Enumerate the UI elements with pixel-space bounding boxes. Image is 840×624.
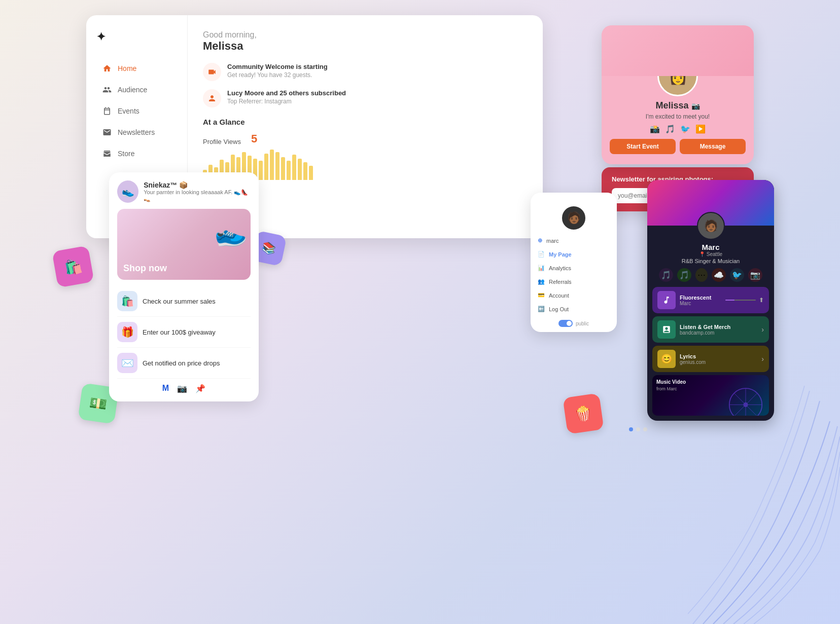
fluorescent-icon [657,291,676,309]
marc-video[interactable]: Music Video from Marc ▶ [652,375,769,416]
merch-text: Listen & Get Merch bandcamp.com [680,324,730,336]
dots-icon[interactable]: ⋯ [695,268,708,282]
shop-header: 👟 Sniekaz™ 📦 Your parnter in looking sle… [117,180,251,203]
popcorn-sticker: 🍿 [563,393,604,434]
notification-community-text: Community Welcome is starting Get ready!… [227,63,328,79]
marc-social-row: 🎵 🎵 ⋯ ☁️ 🐦 📷 [647,268,774,282]
mobile-nav-logout[interactable]: ⬅️ Log Out [531,302,617,316]
twitter-music-icon[interactable]: 🐦 [730,268,744,282]
shoe-emoji: 👟 [211,215,249,252]
instagram-social-icon[interactable]: 📷 [177,384,187,393]
notification-community: Community Welcome is starting Get ready!… [203,63,528,81]
sidebar-item-audience[interactable]: Audience [96,80,177,99]
summer-sales-label: Check our summer sales [143,298,216,305]
lyrics-title: Lyrics [680,353,706,359]
chart-bar [275,152,279,180]
shop-now-label: Shop now [123,263,167,274]
sidebar-item-newsletters[interactable]: Newsletters [96,123,177,142]
app-logo: ✦ [96,30,177,44]
twitter-icon[interactable]: 🐦 [680,124,690,134]
sidebar-item-events[interactable]: Events [96,101,177,121]
medium-icon[interactable]: M [162,384,169,393]
chart-bar [287,161,291,180]
mobile-nav-my-page-label: My Page [549,251,572,258]
spotify-icon[interactable]: 🎵 [677,268,691,282]
mobile-nav-username-label: marc [546,238,558,244]
chart-bar [264,154,268,180]
mobile-nav-logout-icon: ⬅️ [538,306,545,312]
profile-social-links: 📸 🎵 🐦 ▶️ [602,124,754,134]
notification-lucy-text: Lucy Moore and 25 others subscribed Top … [227,89,346,105]
shop-item-summer-sales[interactable]: 🛍️ Check our summer sales [117,286,251,317]
mobile-nav-account[interactable]: 💳 Account [531,288,617,302]
music-item-fluorescent[interactable]: Fluorescent Marc ⬆ [652,287,769,313]
profile-bio: I'm excited to meet you! [602,113,754,120]
shop-item-price-drops[interactable]: ✉️ Get notified on price drops [117,348,251,379]
share-icon[interactable]: ⬆ [759,297,764,304]
shopping-bag-sticker: 🛍️ [52,245,94,287]
notification-lucy: Lucy Moore and 25 others subscribed Top … [203,89,528,107]
shop-item-giveaway[interactable]: 🎁 Enter our 100$ giveaway [117,317,251,348]
public-toggle[interactable] [558,320,573,327]
notification-community-title: Community Welcome is starting [227,63,328,70]
mobile-nav-referrals-label: Referrals [549,279,572,285]
pinterest-icon[interactable]: 📌 [195,384,205,393]
mobile-nav-my-page[interactable]: 📄 My Page [531,247,617,261]
music-note-icon[interactable]: 🎵 [659,268,673,282]
notification-icon-lucy [203,89,221,107]
mobile-nav-referrals-icon: 👥 [538,278,545,285]
mobile-nav-referrals[interactable]: 👥 Referrals [531,275,617,288]
lyrics-subtitle: genius.com [680,359,706,365]
mobile-nav-analytics-icon: 📊 [538,265,545,271]
greeting-time: Good morning, [203,30,528,40]
lyrics-icon: 😊 [657,350,676,368]
soundcloud-icon[interactable]: ☁️ [712,268,726,282]
mobile-nav-username[interactable]: ⊕ marc [531,234,617,247]
merch-title: Listen & Get Merch [680,324,730,330]
instagram-music-icon[interactable]: 📷 [748,268,762,282]
at-a-glance-section: At a Glance Profile Views 5 [203,118,528,180]
youtube-icon[interactable]: ▶️ [695,124,706,134]
progress-dot-2 [636,427,640,431]
sidebar-item-audience-label: Audience [118,86,147,94]
at-a-glance-title: At a Glance [203,118,528,126]
greeting-name: Melissa [203,40,528,53]
giveaway-icon: 🎁 [117,322,137,342]
marc-name: Marc [647,243,774,251]
merch-arrow: › [761,325,764,334]
chart-bar [298,159,302,180]
progress-dots [629,427,647,431]
music-item-merch[interactable]: Listen & Get Merch bandcamp.com › [652,316,769,343]
tiktok-icon[interactable]: 🎵 [665,124,675,134]
shop-avatar: 👟 [117,180,138,203]
chart-bar [292,155,296,180]
chart-bar [270,150,274,180]
mobile-avatar: 🧑🏾 [561,205,586,231]
chart-bar [259,161,263,180]
profile-card: 🍪 🌿 👩 Melissa 📷 I'm excited to meet you!… [602,25,754,164]
mobile-nav-analytics-label: Analytics [549,265,571,271]
chart-bar [309,166,313,180]
marc-location: 📍 Seattle [647,251,774,257]
sidebar-item-home-label: Home [118,64,136,72]
shop-info: Sniekaz™ 📦 Your parnter in looking sleaa… [144,181,251,202]
mobile-nav-logout-label: Log Out [549,306,569,312]
start-event-button[interactable]: Start Event [610,139,676,154]
sidebar-item-store[interactable]: Store [96,144,177,163]
shop-tagline: Your parnter in looking sleaaaak AF. 👟👠👡 [144,189,251,202]
sidebar-item-home[interactable]: Home [96,59,177,78]
fluorescent-subtitle: Marc [680,301,711,306]
profile-actions: Start Event Message [602,134,754,154]
mobile-nav-page-icon: 📄 [538,251,545,258]
mobile-nav-marc-icon: ⊕ [538,237,542,244]
sidebar-item-store-label: Store [118,150,134,158]
notification-lucy-title: Lucy Moore and 25 others subscribed [227,89,346,97]
message-button[interactable]: Message [680,139,746,154]
marc-role: R&B Singer & Musician [647,258,774,264]
music-item-lyrics[interactable]: 😊 Lyrics genius.com › [652,346,769,372]
location-icon: 📍 [699,251,705,257]
sidebar-item-events-label: Events [118,107,139,115]
mobile-nav-analytics[interactable]: 📊 Analytics [531,261,617,275]
price-drops-label: Get notified on price drops [143,359,220,367]
instagram-icon[interactable]: 📸 [650,124,660,134]
